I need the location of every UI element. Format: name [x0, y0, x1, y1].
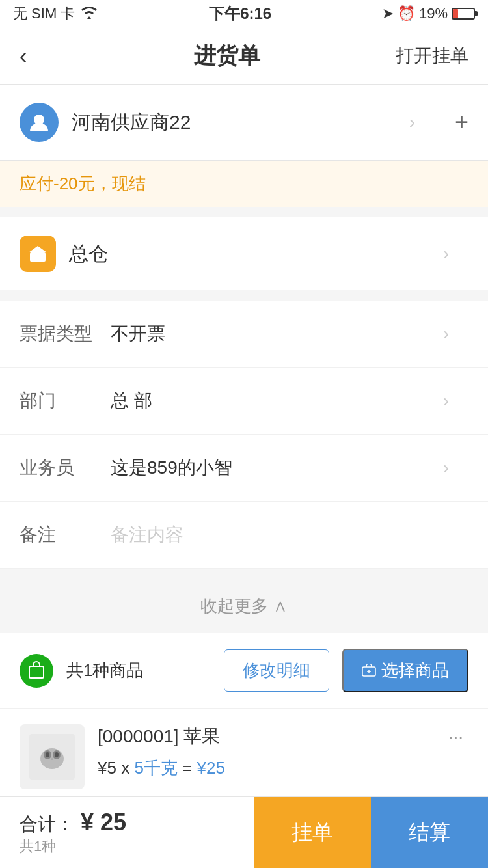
bottom-bar: 合计： ¥ 25 共1种 挂单 结算	[0, 796, 488, 868]
product-thumbnail	[20, 724, 85, 789]
notice-bar: 应付-20元，现结	[0, 161, 488, 207]
back-button[interactable]: ‹	[20, 43, 59, 68]
warehouse-card: 总仓 ›	[0, 217, 488, 290]
price-value: ¥5	[98, 758, 116, 778]
supplier-card: 河南供应商22 › + 应付-20元，现结	[0, 85, 488, 207]
total-amount: ¥ 25	[81, 809, 126, 836]
chevron-right-department-icon: ›	[443, 390, 449, 411]
salesperson-row[interactable]: 业务员 这是859的小智 ›	[0, 435, 488, 502]
warehouse-name: 总仓	[69, 241, 443, 267]
svg-rect-1	[30, 252, 46, 262]
department-row[interactable]: 部门 总 部 ›	[0, 368, 488, 435]
department-label: 部门	[20, 388, 111, 413]
warehouse-icon	[20, 236, 56, 272]
nav-title: 进货单	[194, 41, 260, 71]
svg-point-11	[46, 752, 49, 757]
carrier-text: 无 SIM 卡	[13, 4, 75, 23]
department-value: 总 部	[111, 388, 443, 413]
total-label: 合计： ¥ 25	[20, 809, 234, 837]
product-header: 共1种商品 修改明细 选择商品	[0, 633, 488, 708]
status-bar: 无 SIM 卡 下午6:16 ➤ ⏰ 19%	[0, 0, 488, 27]
open-hang-button[interactable]: 打开挂单	[396, 44, 468, 68]
content: 河南供应商22 › + 应付-20元，现结 总仓 › 票据类型 不开票 ›	[0, 85, 488, 868]
product-title: [0000001] 苹果	[98, 724, 430, 749]
svg-marker-2	[29, 246, 47, 252]
price-x: x	[121, 758, 134, 778]
product-price: ¥5 x 5千克 = ¥25	[98, 757, 430, 780]
chevron-right-salesperson-icon: ›	[443, 457, 449, 478]
notice-text: 应付-20元，现结	[20, 174, 146, 193]
collapse-text: 收起更多 ∧	[200, 595, 287, 617]
chevron-right-warehouse-icon: ›	[443, 243, 449, 264]
hang-button[interactable]: 挂单	[254, 797, 371, 869]
status-time: 下午6:16	[209, 3, 271, 24]
form-card: 票据类型 不开票 › 部门 总 部 › 业务员 这是859的小智 › 备注 备注…	[0, 301, 488, 569]
product-item: [0000001] 苹果 ¥5 x 5千克 = ¥25 ···	[0, 708, 488, 805]
nav-bar: ‹ 进货单 打开挂单	[0, 27, 488, 85]
remark-label: 备注	[20, 522, 111, 547]
salesperson-label: 业务员	[20, 455, 111, 480]
location-icon: ➤	[382, 5, 394, 22]
svg-rect-3	[29, 666, 44, 678]
supplier-row[interactable]: 河南供应商22 › +	[0, 85, 488, 161]
divider	[435, 109, 435, 135]
chevron-right-icon: ›	[409, 112, 415, 133]
remark-row[interactable]: 备注 备注内容	[0, 502, 488, 569]
supplier-avatar	[20, 103, 59, 142]
status-right: ➤ ⏰ 19%	[382, 5, 475, 22]
supplier-name: 河南供应商22	[72, 109, 409, 136]
salesperson-value: 这是859的小智	[111, 455, 443, 480]
product-more-button[interactable]: ···	[443, 724, 468, 750]
product-count-text: 共1种商品	[66, 659, 211, 682]
invoice-row[interactable]: 票据类型 不开票 ›	[0, 301, 488, 368]
alarm-icon: ⏰	[398, 5, 415, 22]
product-section: 共1种商品 修改明细 选择商品	[0, 633, 488, 805]
price-equals: =	[182, 758, 197, 778]
battery-percent: 19%	[419, 5, 448, 22]
product-count-icon	[20, 654, 53, 688]
invoice-value: 不开票	[111, 321, 443, 346]
invoice-label: 票据类型	[20, 321, 111, 346]
select-product-button[interactable]: 选择商品	[342, 649, 468, 692]
collapse-button[interactable]: 收起更多 ∧	[0, 579, 488, 633]
remark-placeholder: 备注内容	[111, 522, 468, 547]
quantity-value: 5千克	[134, 758, 177, 778]
warehouse-row[interactable]: 总仓 ›	[0, 217, 488, 290]
total-section: 合计： ¥ 25 共1种	[0, 809, 254, 856]
total-text: 合计：	[20, 812, 74, 837]
total-count: 共1种	[20, 837, 234, 856]
battery-icon	[452, 8, 475, 20]
total-value: ¥25	[197, 758, 225, 778]
svg-point-12	[55, 752, 59, 757]
select-product-label: 选择商品	[381, 659, 449, 682]
add-button[interactable]: +	[455, 109, 468, 136]
edit-detail-button[interactable]: 修改明细	[224, 649, 329, 692]
status-left: 无 SIM 卡	[13, 4, 98, 23]
chevron-right-invoice-icon: ›	[443, 323, 449, 344]
checkout-button[interactable]: 结算	[371, 797, 488, 869]
product-info: [0000001] 苹果 ¥5 x 5千克 = ¥25	[98, 724, 430, 780]
wifi-icon	[80, 5, 98, 23]
